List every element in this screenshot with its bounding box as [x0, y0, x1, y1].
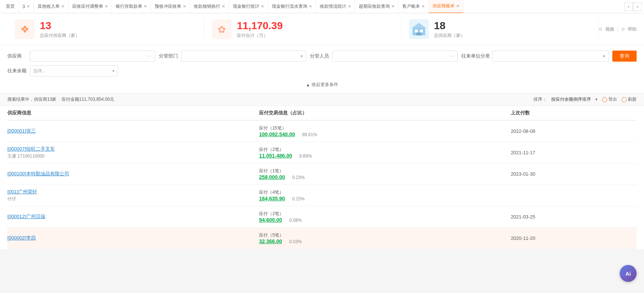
close-tab-bank[interactable]: ✕	[144, 4, 147, 9]
nav-tab-collect[interactable]: 收款核销执行 ✕	[190, 0, 229, 13]
trans-amount-3[interactable]: 164,635.90	[259, 196, 285, 201]
dept-select[interactable]: ▾	[181, 51, 307, 62]
close-tab-collect[interactable]: ✕	[222, 4, 225, 9]
nav-tab-3[interactable]: 3 ✕	[19, 0, 34, 13]
last-payment-cell-5: 2020-11-20	[511, 235, 637, 241]
close-tab-colstat[interactable]: ✕	[348, 4, 351, 9]
balance-label: 往来余额	[7, 68, 28, 74]
transaction-cell-0: 应付（15笔） 100,092,540.00 89.61%	[259, 125, 511, 137]
category-arrow-icon: ▾	[603, 54, 605, 59]
summary-card-total-suppliers: 18 总供应商（家）	[402, 19, 599, 39]
nav-tab-supplierbook[interactable]: 供应商账本 ✕	[429, 0, 463, 13]
result-actions: 排序： 按应付余额倒序排序 ▾ 导出 刷新	[533, 96, 637, 103]
close-tab-overdue[interactable]: ✕	[391, 4, 395, 9]
export-circle-icon	[602, 97, 607, 102]
nav-tab-cashstat[interactable]: 现金银行统计 ✕	[229, 0, 268, 13]
supplier-cell-4: [000012]广州贝瑞	[7, 213, 259, 221]
trans-amount-5[interactable]: 32,366.00	[259, 238, 282, 244]
supplier-link-5[interactable]: [000002]李四	[7, 235, 36, 241]
svg-text:❖: ❖	[20, 24, 29, 35]
divider: |	[617, 27, 618, 32]
transaction-cell-1: 应付（2笔） 11,051,486.00 9.89%	[259, 146, 511, 159]
balance-select[interactable]: 选择... ▾	[30, 65, 118, 76]
trans-percent-3: 0.15%	[292, 196, 305, 201]
nav-tab-adjust[interactable]: 应收应付调整单 ✕	[69, 0, 112, 13]
svg-rect-9	[416, 32, 421, 35]
help-link[interactable]: 帮助	[628, 26, 637, 32]
top-nav: 首页 3 ✕ 其他收入单 ✕ 应收应付调整单 ✕ 银行存取款单 ✕ 预收冲应收单…	[0, 0, 644, 13]
last-payment-cell-2: 2023-01-30	[511, 171, 637, 177]
table-header: 供应商信息 应付交易信息（占比） 上次付数	[7, 106, 637, 121]
total-suppliers-num: 18	[434, 20, 465, 32]
trans-label-2: 应付（1笔）	[259, 168, 511, 174]
table-section: 供应商信息 应付交易信息（占比） 上次付数 [000001]张三 应付（15笔）…	[0, 106, 644, 249]
nav-tab-overdue[interactable]: 超期应收款查询 ✕	[355, 0, 399, 13]
filter-section: 供应商 ··· 分管部门 ▾ 分管人员 ··· 往来单位分类 ▾	[0, 45, 644, 93]
supplier-link-2[interactable]: [000100]本特勤油品有限公司	[7, 171, 69, 176]
supplier-input[interactable]: ···	[30, 51, 155, 62]
nav-tab-home[interactable]: 首页	[2, 0, 19, 13]
category-select[interactable]: ▾	[492, 51, 609, 62]
nav-tab-cashflow[interactable]: 现金银行流水查询 ✕	[268, 0, 316, 13]
supplier-link-1[interactable]: [000007]恒旺二手叉车	[7, 146, 55, 152]
trans-amount-4[interactable]: 94,600.00	[259, 217, 282, 223]
table-row: [001]广州荣轩 仔仔 应付（4笔） 164,635.90 0.15%	[7, 185, 637, 206]
nav-tab-bank[interactable]: 银行存取款单 ✕	[112, 0, 151, 13]
close-tab-cashstat[interactable]: ✕	[261, 4, 264, 9]
filter-row-1: 供应商 ··· 分管部门 ▾ 分管人员 ··· 往来单位分类 ▾	[7, 51, 637, 62]
close-tab-income[interactable]: ✕	[61, 4, 64, 9]
dept-label: 分管部门	[159, 53, 179, 59]
filter-dept: 分管部门 ▾	[159, 51, 307, 62]
close-tab-adjust[interactable]: ✕	[105, 4, 108, 9]
supplier-cell-3: [001]广州荣轩 仔仔	[7, 189, 259, 202]
supplier-cell-2: [000100]本特勤油品有限公司	[7, 170, 259, 178]
svg-text:✿: ✿	[218, 24, 226, 35]
video-link[interactable]: 视频	[605, 26, 614, 32]
close-tab-prepay[interactable]: ✕	[183, 4, 186, 9]
trans-percent-2: 0.23%	[292, 175, 305, 180]
person-input[interactable]: ···	[332, 51, 458, 62]
nav-right-arrow[interactable]: ›	[633, 2, 642, 11]
collapse-button[interactable]: ▲ 收起更多条件	[7, 80, 637, 89]
sort-select[interactable]: 按应付余额倒序排序	[551, 96, 591, 103]
result-info: 搜索结果中，供应商13家 应付金额111,703,854.00元	[7, 96, 114, 103]
circle-icon: ⊙	[599, 27, 602, 32]
supplier-link-0[interactable]: [000001]张三	[7, 128, 36, 134]
filter-person: 分管人员 ···	[310, 51, 458, 62]
nav-left-arrow[interactable]: ‹	[624, 2, 633, 11]
transaction-cell-5: 应付（5笔） 32,366.00 0.03%	[259, 232, 511, 244]
person-label: 分管人员	[310, 53, 330, 59]
trans-amount-1[interactable]: 11,051,486.00	[259, 153, 292, 159]
refresh-button[interactable]: 刷新	[622, 96, 637, 103]
close-tab-supplierbook[interactable]: ✕	[456, 4, 459, 8]
trans-label-1: 应付（2笔）	[259, 146, 511, 153]
nav-tab-prepay[interactable]: 预收冲应收单 ✕	[151, 0, 190, 13]
filter-supplier: 供应商 ···	[7, 51, 155, 62]
filter-row-2: 往来余额 选择... ▾	[7, 65, 118, 76]
category-label: 往来单位分类	[461, 53, 490, 59]
nav-tab-custbook[interactable]: 客户账本 ✕	[399, 0, 429, 13]
supplier-cell-1: [000007]恒旺二手叉车 王通 17106110000	[7, 146, 259, 159]
col-transaction-info: 应付交易信息（占比）	[259, 110, 511, 116]
payable-total-info: 11,170.39 应付合计（万）	[237, 20, 283, 39]
supplier-link-4[interactable]: [000012]广州贝瑞	[7, 214, 45, 219]
nav-tab-income[interactable]: 其他收入单 ✕	[34, 0, 69, 13]
col-last-payment: 上次付数	[511, 110, 637, 116]
query-button[interactable]: 查询	[612, 51, 637, 62]
close-tab-3[interactable]: ✕	[27, 4, 30, 9]
table-row: [000100]本特勤油品有限公司 应付（1笔） 258,000.00 0.23…	[7, 163, 637, 185]
supplier-link-3[interactable]: [001]广州荣轩	[7, 189, 37, 194]
last-payment-cell-0: 2022-08-08	[511, 128, 637, 134]
svg-rect-7	[420, 30, 423, 32]
transaction-cell-3: 应付（4笔） 164,635.90 0.15%	[259, 189, 511, 201]
trans-percent-5: 0.03%	[289, 239, 302, 244]
close-tab-cashflow[interactable]: ✕	[309, 4, 312, 9]
close-tab-custbook[interactable]: ✕	[421, 4, 425, 9]
export-button[interactable]: 导出	[602, 96, 617, 103]
payable-total-num: 11,170.39	[237, 20, 283, 32]
filter-category: 往来单位分类 ▾	[461, 51, 609, 62]
nav-tab-colstat[interactable]: 收款情况统计 ✕	[316, 0, 355, 13]
circle-icon2: ⊙	[621, 27, 625, 32]
trans-amount-0[interactable]: 100,092,540.00	[259, 131, 295, 137]
trans-amount-2[interactable]: 258,000.00	[259, 174, 285, 180]
